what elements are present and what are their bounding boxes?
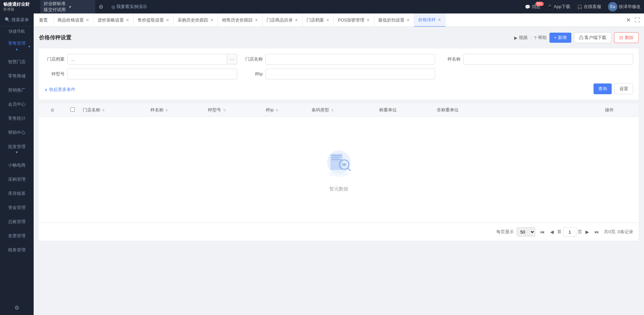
sidebar-item-help[interactable]: 帮助中心 [0, 126, 34, 140]
th-barcode-type[interactable]: 条码类型 ⇅ [308, 104, 375, 117]
sidebar-item-retail[interactable]: 零售管理 ▲ [0, 36, 34, 55]
video-label: 视频 [519, 35, 528, 41]
store-archive-input[interactable] [67, 54, 227, 65]
tab-purchase-strategy[interactable]: 进价策略设置 ✕ [94, 13, 134, 27]
tab-purchase-strategy-close[interactable]: ✕ [126, 18, 129, 23]
sidebar-item-retail-mall[interactable]: 零售商城 [0, 69, 34, 83]
sidebar-item-label-tax: 税务管理 [8, 247, 26, 253]
download-button[interactable]: 凸 客户端下载 [574, 32, 612, 43]
th-weight-unit: 称重单位 [375, 104, 432, 117]
app-download-item[interactable]: 📱 App下载 [547, 4, 570, 10]
tab-sale-price-label: 售价提取设置 [138, 17, 164, 23]
user-item[interactable]: Ea 徐泽华修改 [608, 2, 641, 11]
sidebar-nav[interactable]: 快捷导航 [0, 27, 34, 36]
tab-sale-history[interactable]: 销售历史价跟踪 ✕ [218, 13, 262, 27]
version-selector[interactable]: 好业财标准版交付试用 ▾ [40, 0, 95, 14]
tab-store-catalog[interactable]: 门店商品目录 ✕ [262, 13, 302, 27]
tab-close-all-button[interactable]: ✕ [625, 15, 632, 25]
logo-title: 畅捷通好业财 [3, 2, 37, 7]
store-archive-input-wrapper: ⋯ [67, 54, 237, 65]
add-button[interactable]: + 新增 [549, 33, 571, 43]
select-all-checkbox[interactable] [70, 107, 75, 112]
last-page-button[interactable]: ⏭ [593, 229, 601, 235]
settings-button[interactable]: 设置 [614, 83, 633, 94]
page-number-input[interactable] [563, 227, 576, 237]
tab-price-settings-label: 商品价格设置 [58, 17, 84, 23]
store-archive-field: 门店档案 ⋯ [44, 54, 237, 65]
avatar: Ea [608, 2, 617, 11]
sort-icon-scale-name: ⇅ [165, 108, 168, 112]
arrow-down-icon: ▼ [15, 150, 19, 154]
sidebar-item-member[interactable]: 会员中心 [0, 97, 34, 111]
tab-purchase-history[interactable]: 采购历史价跟踪 ✕ [174, 13, 218, 27]
collapse-button[interactable]: ∧ 收起更多条件 [44, 86, 75, 93]
query-button[interactable]: 查询 [594, 83, 612, 94]
per-page-select[interactable]: 20 50 100 200 [516, 227, 535, 237]
tab-purchase-history-close[interactable]: ✕ [210, 18, 214, 23]
help-link[interactable]: ? 帮助 [534, 35, 546, 41]
tab-store-catalog-close[interactable]: ✕ [295, 18, 298, 23]
sidebar-item-purchase[interactable]: 采购管理 [0, 172, 34, 186]
demo-link[interactable]: ◎ 我要看实例演示 [111, 4, 147, 10]
scale-model-input[interactable] [67, 69, 237, 79]
th-store-name[interactable]: 门店名称 ⇅ [79, 104, 146, 117]
prev-page-button[interactable]: ◀ [548, 229, 556, 235]
sidebar-item-wholesale[interactable]: 批发管理 ▼ [0, 140, 34, 158]
th-scale-ip[interactable]: 秤ip ⇅ [262, 104, 308, 117]
th-scale-model[interactable]: 秤型号 ⇅ [204, 104, 262, 117]
store-archive-icon[interactable]: ⋯ [227, 54, 237, 65]
header-right: 💬 消息 99+ 📱 App下载 🎧 在线客服 Ea 徐泽华修改 [525, 2, 641, 11]
tab-min-discount-close[interactable]: ✕ [406, 18, 410, 23]
chevron-down-icon: ▾ [69, 4, 92, 9]
tab-price-transfer-close[interactable]: ✕ [438, 18, 441, 22]
message-item[interactable]: 💬 消息 99+ [525, 4, 540, 10]
sidebar-item-smart-store[interactable]: 智慧门店 [0, 55, 34, 69]
store-name-input[interactable] [265, 54, 435, 65]
delete-button[interactable]: 自 删除 [614, 32, 639, 43]
video-link[interactable]: ▶ 视频 [514, 35, 528, 41]
sidebar-item-marketing[interactable]: 营销推广 [0, 83, 34, 97]
next-page-button[interactable]: ▶ [583, 229, 591, 235]
page-unit: 页 [578, 229, 582, 235]
logo-sub: 标准版 [3, 7, 37, 12]
sidebar-item-finance[interactable]: 资金管理 [0, 201, 34, 215]
tab-min-discount[interactable]: 最低折扣设置 ✕ [374, 13, 414, 27]
version-label: 好业财标准版交付试用 [44, 1, 67, 13]
tab-sale-history-label: 销售历史价跟踪 [222, 17, 253, 23]
tab-maximize-button[interactable]: ⛶ [633, 16, 641, 25]
tab-sale-history-close[interactable]: ✕ [255, 18, 258, 23]
add-button-label: + 新增 [554, 35, 567, 41]
sidebar-item-invoice[interactable]: 发票管理 [0, 229, 34, 243]
sidebar-gear-button[interactable]: ⚙ [0, 301, 34, 315]
tab-pos-manage-close[interactable]: ✕ [366, 18, 370, 23]
scale-name-input[interactable] [463, 54, 633, 65]
tab-price-settings[interactable]: 商品价格设置 ✕ [53, 13, 94, 27]
table-settings-icon[interactable]: ⚙ [50, 108, 55, 113]
query-button-label: 查询 [598, 86, 607, 92]
sidebar-item-general-ledger[interactable]: 总账管理 [0, 215, 34, 229]
tab-sale-price-close[interactable]: ✕ [166, 18, 169, 23]
first-page-button[interactable]: ⏮ [538, 229, 547, 235]
sidebar-item-inventory[interactable]: 库存核算 [0, 186, 34, 201]
tab-sale-price[interactable]: 售价提取设置 ✕ [134, 13, 174, 27]
download-button-label: 凸 客户端下载 [579, 35, 607, 41]
table-header-row: ⚙ 门店名称 ⇅ 秤名称 [39, 104, 639, 117]
th-scale-name[interactable]: 秤名称 ⇅ [146, 104, 204, 117]
tab-store-archive[interactable]: 门店档案 ✕ [302, 13, 334, 27]
sidebar-item-tax[interactable]: 税务管理 [0, 243, 34, 257]
tab-store-archive-close[interactable]: ✕ [326, 18, 329, 23]
sidebar-item-xiaochang[interactable]: 小畅电商 [0, 158, 34, 172]
tab-price-settings-close[interactable]: ✕ [86, 18, 89, 23]
scale-model-label: 秤型号 [44, 71, 65, 77]
sidebar-search[interactable]: 🔍 搜索菜单 [0, 13, 34, 27]
scale-name-label: 秤名称 [440, 56, 461, 62]
header-settings-button[interactable]: ⚙ [97, 2, 105, 11]
tab-home[interactable]: 首页 [34, 13, 53, 27]
tab-pos-manage[interactable]: POS加密管理 ✕ [334, 13, 374, 27]
scale-ip-input[interactable] [265, 69, 435, 79]
online-service-item[interactable]: 🎧 在线客服 [577, 4, 601, 10]
tab-store-archive-label: 门店档案 [307, 17, 324, 23]
th-settings[interactable]: ⚙ [39, 104, 66, 117]
sidebar-item-retail-stats[interactable]: 零售统计 [0, 111, 34, 126]
tab-price-transfer[interactable]: 价格传秤 ✕ [414, 13, 445, 27]
